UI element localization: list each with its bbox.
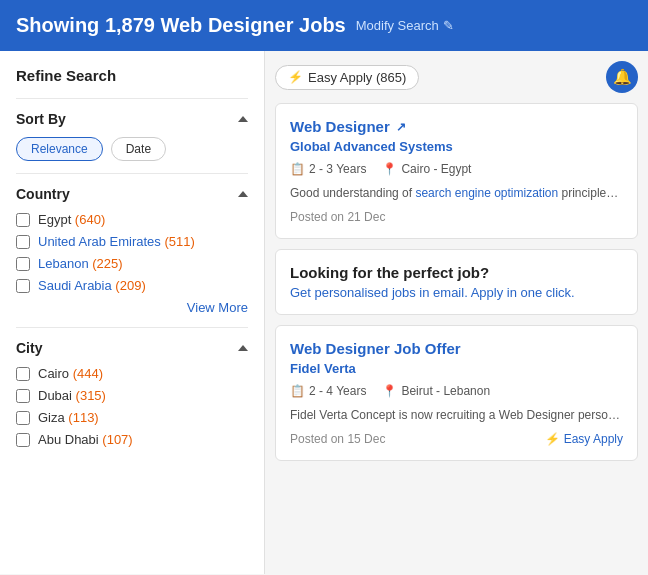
job-meta-2: 📋 2 - 4 Years 📍 Beirut - Lebanon xyxy=(290,384,623,398)
city-filter-abudhabi: Abu Dhabi (107) xyxy=(16,432,248,447)
filter-bar: ⚡ Easy Apply (865) 🔔 xyxy=(275,61,638,93)
sort-by-chevron-icon xyxy=(238,116,248,122)
easy-apply-filter-tag[interactable]: ⚡ Easy Apply (865) xyxy=(275,65,419,90)
briefcase-icon: 📋 xyxy=(290,162,305,176)
city-chevron-icon xyxy=(238,345,248,351)
country-label: Country xyxy=(16,186,70,202)
company-name-2: Fidel Verta xyxy=(290,361,623,376)
city-header: City xyxy=(16,340,248,356)
company-name-1: Global Advanced Systems xyxy=(290,139,623,154)
modify-search-link[interactable]: Modify Search ✎ xyxy=(356,18,454,33)
city-filter-giza: Giza (113) xyxy=(16,410,248,425)
sidebar: Refine Search Sort By Relevance Date Cou… xyxy=(0,51,265,574)
lightning-icon-2: ⚡ xyxy=(545,432,560,446)
city-section: City Cairo (444) Dubai (315) Giza (113) … xyxy=(16,327,248,447)
experience-meta-2: 📋 2 - 4 Years xyxy=(290,384,366,398)
egypt-checkbox[interactable] xyxy=(16,213,30,227)
saudi-checkbox[interactable] xyxy=(16,279,30,293)
promo-card: Looking for the perfect job? Get persona… xyxy=(275,249,638,315)
job-meta-1: 📋 2 - 3 Years 📍 Cairo - Egypt xyxy=(290,162,623,176)
promo-title: Looking for the perfect job? xyxy=(290,264,623,281)
country-filter-saudi: Saudi Arabia (209) xyxy=(16,278,248,293)
easy-apply-filter-label: Easy Apply (865) xyxy=(308,70,406,85)
abudhabi-checkbox[interactable] xyxy=(16,433,30,447)
promo-description: Get personalised jobs in email. Apply in… xyxy=(290,285,623,300)
location-meta-2: 📍 Beirut - Lebanon xyxy=(382,384,490,398)
location-meta-1: 📍 Cairo - Egypt xyxy=(382,162,471,176)
sort-by-label: Sort By xyxy=(16,111,66,127)
main-layout: Refine Search Sort By Relevance Date Cou… xyxy=(0,51,648,574)
sidebar-title: Refine Search xyxy=(16,67,248,84)
lebanon-checkbox[interactable] xyxy=(16,257,30,271)
job-card-1: Web Designer ↗ Global Advanced Systems 📋… xyxy=(275,103,638,239)
country-section: Country Egypt (640) United Arab Emirates… xyxy=(16,173,248,315)
external-link-icon-1: ↗ xyxy=(396,120,406,134)
city-label: City xyxy=(16,340,42,356)
lightning-icon: ⚡ xyxy=(288,70,303,84)
sort-options: Relevance Date xyxy=(16,137,248,161)
location-icon-2: 📍 xyxy=(382,384,397,398)
job-results-content: ⚡ Easy Apply (865) 🔔 Web Designer ↗ Glob… xyxy=(265,51,648,574)
briefcase-icon-2: 📋 xyxy=(290,384,305,398)
posted-date-2: Posted on 15 Dec xyxy=(290,432,385,446)
cairo-checkbox[interactable] xyxy=(16,367,30,381)
country-chevron-icon xyxy=(238,191,248,197)
pencil-icon: ✎ xyxy=(443,18,454,33)
sort-by-header: Sort By xyxy=(16,111,248,127)
job-description-1: Good understanding of search engine opti… xyxy=(290,184,623,202)
date-sort-button[interactable]: Date xyxy=(111,137,166,161)
experience-meta-1: 📋 2 - 3 Years xyxy=(290,162,366,176)
notification-bell-button[interactable]: 🔔 xyxy=(606,61,638,93)
country-view-more-link[interactable]: View More xyxy=(16,300,248,315)
uae-checkbox[interactable] xyxy=(16,235,30,249)
relevance-sort-button[interactable]: Relevance xyxy=(16,137,103,161)
giza-checkbox[interactable] xyxy=(16,411,30,425)
job-title-1[interactable]: Web Designer ↗ xyxy=(290,118,623,135)
country-filter-lebanon: Lebanon (225) xyxy=(16,256,248,271)
sort-by-section: Sort By Relevance Date xyxy=(16,98,248,161)
dubai-checkbox[interactable] xyxy=(16,389,30,403)
job-title-2[interactable]: Web Designer Job Offer xyxy=(290,340,623,357)
city-filter-dubai: Dubai (315) xyxy=(16,388,248,403)
country-filter-uae: United Arab Emirates (511) xyxy=(16,234,248,249)
posted-date-1: Posted on 21 Dec xyxy=(290,210,623,224)
easy-apply-badge-2[interactable]: ⚡ Easy Apply xyxy=(545,432,623,446)
job-card-2: Web Designer Job Offer Fidel Verta 📋 2 -… xyxy=(275,325,638,461)
country-filter-egypt: Egypt (640) xyxy=(16,212,248,227)
location-icon: 📍 xyxy=(382,162,397,176)
job-description-2: Fidel Verta Concept is now recruiting a … xyxy=(290,406,623,424)
page-title: Showing 1,879 Web Designer Jobs xyxy=(16,14,346,37)
city-filter-cairo: Cairo (444) xyxy=(16,366,248,381)
country-header: Country xyxy=(16,186,248,202)
header: Showing 1,879 Web Designer Jobs Modify S… xyxy=(0,0,648,51)
